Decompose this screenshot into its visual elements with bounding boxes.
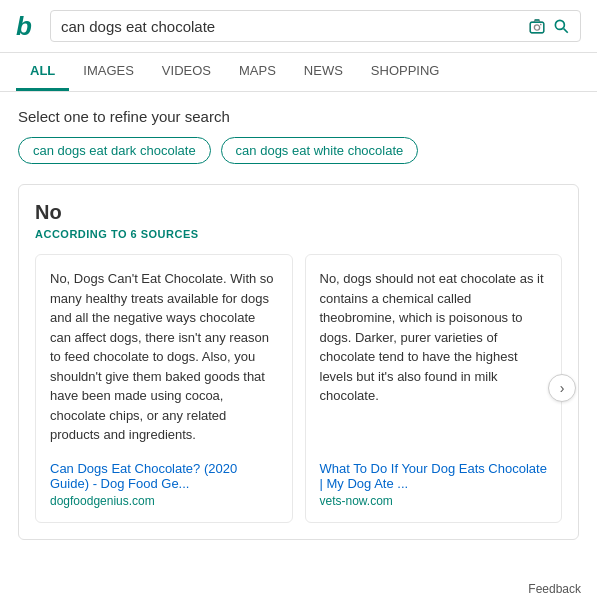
svg-rect-2 xyxy=(540,24,542,26)
tab-news[interactable]: NEWS xyxy=(290,53,357,91)
feedback-bar: Feedback xyxy=(0,572,597,601)
source-card-1-url: dogfoodgenius.com xyxy=(50,494,278,508)
source-card-2-url: vets-now.com xyxy=(320,494,548,508)
search-button[interactable] xyxy=(552,17,570,35)
tab-all[interactable]: ALL xyxy=(16,53,69,91)
source-card-1: No, Dogs Can't Eat Chocolate. With so ma… xyxy=(35,254,293,523)
tabs-bar: ALL IMAGES VIDEOS MAPS NEWS SHOPPING xyxy=(0,53,597,92)
answer-sources: ACCORDING TO 6 SOURCES xyxy=(35,228,562,240)
search-input[interactable] xyxy=(61,18,528,35)
svg-rect-0 xyxy=(530,22,544,33)
source-card-2-title[interactable]: What To Do If Your Dog Eats Chocolate | … xyxy=(320,461,548,491)
bing-logo: b xyxy=(16,11,32,42)
main-content: Select one to refine your search can dog… xyxy=(0,92,597,572)
tab-shopping[interactable]: SHOPPING xyxy=(357,53,454,91)
search-bar xyxy=(50,10,581,42)
svg-point-4 xyxy=(555,20,564,29)
search-icon xyxy=(552,17,570,35)
feedback-link[interactable]: Feedback xyxy=(528,582,581,596)
svg-rect-3 xyxy=(530,22,544,33)
refine-buttons: can dogs eat dark chocolate can dogs eat… xyxy=(18,137,579,164)
source-card-1-title[interactable]: Can Dogs Eat Chocolate? (2020 Guide) - D… xyxy=(50,461,278,491)
source-cards: No, Dogs Can't Eat Chocolate. With so ma… xyxy=(35,254,562,523)
answer-text: No xyxy=(35,201,562,224)
refine-btn-dark-chocolate[interactable]: can dogs eat dark chocolate xyxy=(18,137,211,164)
refine-btn-white-chocolate[interactable]: can dogs eat white chocolate xyxy=(221,137,419,164)
tab-videos[interactable]: VIDEOS xyxy=(148,53,225,91)
svg-point-1 xyxy=(534,25,539,30)
answer-card: No ACCORDING TO 6 SOURCES No, Dogs Can't… xyxy=(18,184,579,540)
chevron-right-button[interactable]: › xyxy=(548,374,576,402)
source-card-2-body: No, dogs should not eat chocolate as it … xyxy=(320,269,548,445)
camera-icon xyxy=(528,17,546,35)
source-card-2: No, dogs should not eat chocolate as it … xyxy=(305,254,563,523)
svg-line-5 xyxy=(564,29,568,33)
tab-maps[interactable]: MAPS xyxy=(225,53,290,91)
source-card-1-body: No, Dogs Can't Eat Chocolate. With so ma… xyxy=(50,269,278,445)
camera-icon-button[interactable] xyxy=(528,17,546,35)
tab-images[interactable]: IMAGES xyxy=(69,53,148,91)
refine-section: Select one to refine your search can dog… xyxy=(18,108,579,164)
search-header: b xyxy=(0,0,597,53)
refine-title: Select one to refine your search xyxy=(18,108,579,125)
